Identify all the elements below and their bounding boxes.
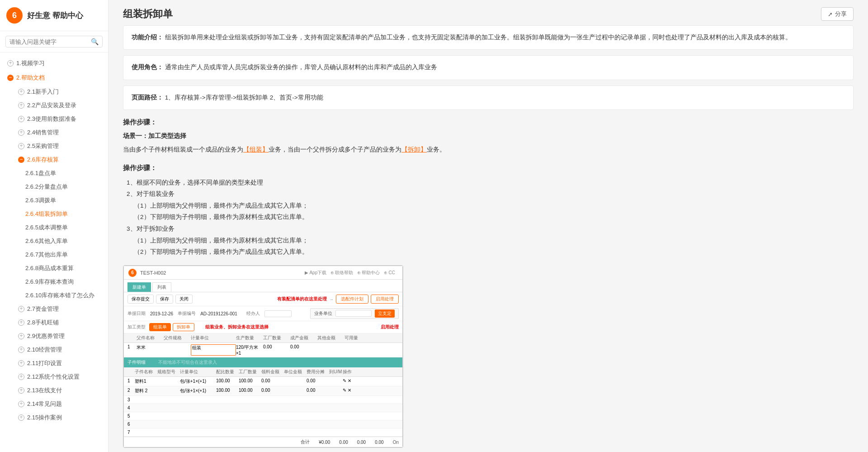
search-input[interactable] <box>9 38 91 45</box>
sidebar-item-print[interactable]: + 2.11打印设置 <box>0 357 108 370</box>
sidebar-item-cases[interactable]: + 2.15操作案例 <box>0 411 108 424</box>
mock-upper-unit-input[interactable]: 组装 <box>191 344 236 356</box>
mock-tab-new[interactable]: 新建单 <box>127 282 151 292</box>
mock-uth-8: 可用量 <box>344 335 367 341</box>
sidebar-label-install: 2.2产品安装及登录 <box>27 101 76 109</box>
expand-icon-mobile: + <box>18 319 24 326</box>
expand-icon-ops: + <box>18 347 24 353</box>
mock-process-annotation: 有装配清单的在这里处理 <box>277 296 327 302</box>
sidebar-item-sales[interactable]: + 2.4销售管理 <box>0 126 108 139</box>
step2-1: （1）上部明细为父件明细，最终作为产成品生成其它入库单； <box>134 200 854 212</box>
app-logo-icon: 6 <box>6 7 23 24</box>
mock-upper-table: 父件名称 父件规格 计量单位 生产数量 工厂数量 成产金额 其他金额 可用量 1… <box>124 333 402 357</box>
mock-order-value: AD-20191226-001 <box>200 311 237 316</box>
expand-icon-payment: + <box>18 387 24 394</box>
step3-2: （2）下部明细为子件明细，最终作为产成品生成其它入库单。 <box>134 246 854 258</box>
mock-btn-save-submit[interactable]: 保存提交 <box>127 295 154 304</box>
expand-icon-capital: + <box>18 306 24 312</box>
path-block: 页面路径： 1、库存核算->库存管理->组装拆卸单 2、首页->常用功能 <box>123 86 854 110</box>
sidebar-label-purchase: 2.5采购管理 <box>27 142 59 150</box>
mock-lower-row-2: 2塑料 2包/张+1×(+1)100.00100.000.000.00✎ ✕ <box>124 386 402 396</box>
role-label: 使用角色： <box>132 64 163 71</box>
mock-upper-table-header: 父件名称 父件规格 计量单位 生产数量 工厂数量 成产金额 其他金额 可用量 <box>124 333 402 343</box>
content-area: 功能介绍： 组装拆卸单用来处理企业组装或拆卸等加工业务，支持有固定装配清单的产品… <box>108 25 868 452</box>
expand-icon-faq: + <box>18 401 24 407</box>
step2-2: （2）下部明细为子件明细，最终作为原材料生成其它出库单。 <box>134 211 854 223</box>
sidebar-item-faq[interactable]: + 2.14常见问题 <box>0 397 108 411</box>
mock-type-row: 加工类型 组装单 拆卸单 组装业务、拆卸业务在这里选择 启用处理 <box>124 321 402 333</box>
mock-lower-annotation: 不能地添不可组合在这里录入 <box>158 359 217 366</box>
main-content: 组装拆卸单 ➚ 分享 功能介绍： 组装拆卸单用来处理企业组装或拆卸等加工业务，支… <box>108 0 868 452</box>
expand-icon-video: + <box>7 60 14 67</box>
sidebar-item-ledgererr[interactable]: 2.6.10库存账本错了怎么办 <box>0 289 108 302</box>
step1: 1、根据不同的业务，选择不同单据的类型来处理 <box>127 177 854 189</box>
mock-form-row: 单据日期 2019-12-26 单据编号 AD-20191226-001 经办人… <box>124 306 402 321</box>
mock-tab-list[interactable]: 列表 <box>152 282 171 292</box>
sidebar-item-otherinbound[interactable]: 2.6.6其他入库单 <box>0 234 108 248</box>
mock-type-assembly[interactable]: 组装单 <box>149 323 171 331</box>
sidebar-sub-docs: + 2.1新手入门 + 2.2产品安装及登录 + 2.3使用前数据准备 + 2.… <box>0 85 108 424</box>
mock-confirm-btn[interactable]: 立支定 <box>375 309 395 318</box>
sidebar-item-partial[interactable]: 2.6.2分量盘点单 <box>0 180 108 194</box>
sidebar-sub-inventory: 2.6.1盘点单 2.6.2分量盘点单 2.6.3调拨单 2.6.4组装拆卸单 … <box>0 167 108 302</box>
mock-uth-1: 父件名称 <box>137 335 164 341</box>
mock-biz-input[interactable] <box>335 310 372 317</box>
mock-footer-right: On <box>393 440 399 445</box>
expand-icon-newcomer: + <box>18 89 24 95</box>
mock-enable-btn[interactable]: 启用处理 <box>371 295 399 304</box>
sidebar-item-assembly[interactable]: 2.6.4组装拆卸单 <box>0 207 108 221</box>
mock-date-value: 2019-12-26 <box>150 311 173 316</box>
mock-type-toggle: 组装单 拆卸单 <box>149 323 194 331</box>
assembly-link[interactable]: 【组装】 <box>243 146 269 153</box>
sidebar-item-mobile[interactable]: + 2.8手机旺铺 <box>0 316 108 329</box>
share-button[interactable]: ➚ 分享 <box>821 7 854 21</box>
sidebar-item-stocktake[interactable]: 2.6.1盘点单 <box>0 167 108 180</box>
sidebar-item-install[interactable]: + 2.2产品安装及登录 <box>0 99 108 112</box>
function-intro-block: 功能介绍： 组装拆卸单用来处理企业组装或拆卸等加工业务，支持有固定装配清单的产品… <box>123 25 854 50</box>
mock-lower-row-6: 6 <box>124 420 402 428</box>
function-intro-label: 功能介绍： <box>132 34 163 41</box>
sidebar-item-coupon[interactable]: + 2.9优惠券管理 <box>0 329 108 343</box>
sidebar-item-costrecalc[interactable]: 2.6.8商品成本重算 <box>0 262 108 275</box>
search-box[interactable]: 🔍 <box>5 36 103 48</box>
mock-footer-total-label: 合计 <box>301 439 310 445</box>
sidebar: 6 好生意 帮助中心 🔍 + 1.视频学习 − 2.帮助文档 + 2.1新手入门… <box>0 0 108 452</box>
mock-lower-row-5: 5 <box>124 412 402 420</box>
sidebar-item-inventory[interactable]: − 2.6库存核算 <box>0 153 108 167</box>
disassembly-link[interactable]: 【拆卸】 <box>401 146 427 153</box>
sidebar-item-docs[interactable]: − 2.帮助文档 <box>0 71 108 85</box>
sidebar-item-newcomer[interactable]: + 2.1新手入门 <box>0 85 108 99</box>
sidebar-item-payment[interactable]: + 2.13在线支付 <box>0 384 108 397</box>
mock-logo: 6 <box>128 269 137 277</box>
mock-assembly-annotation: 组装业务、拆卸业务在这里选择 <box>205 324 269 330</box>
mock-topbar-icons: ▶ App下载 ⊕ 联络帮助 ⊕ 帮助中心 ⊕ CC <box>305 270 395 276</box>
sidebar-item-ledger[interactable]: 2.6.9库存账本查询 <box>0 275 108 289</box>
share-label: 分享 <box>835 10 847 18</box>
mock-uth-7: 其他金额 <box>317 335 344 341</box>
mock-btn-save[interactable]: 保存 <box>156 295 173 304</box>
sidebar-item-purchase[interactable]: + 2.5采购管理 <box>0 139 108 153</box>
mock-toolbar: 保存提交 保存 关闭 有装配清单的在这里处理 → 选配件计划 启用处理 <box>124 292 402 306</box>
main-header: 组装拆卸单 ➚ 分享 <box>108 0 868 25</box>
sidebar-item-capital[interactable]: + 2.7资金管理 <box>0 302 108 316</box>
sidebar-label-video: 1.视频学习 <box>16 59 45 67</box>
sidebar-item-data[interactable]: + 2.3使用前数据准备 <box>0 112 108 126</box>
sidebar-item-custom[interactable]: + 2.12系统个性化设置 <box>0 370 108 384</box>
sidebar-item-transfer[interactable]: 2.6.3调拨单 <box>0 194 108 207</box>
expand-icon-docs: − <box>7 75 14 81</box>
mock-select-plan-btn[interactable]: 选配件计划 <box>336 295 368 304</box>
sidebar-item-otheroutbound[interactable]: 2.6.7其他出库单 <box>0 248 108 262</box>
role-block: 使用角色： 通常由生产人员或库管人员完成拆装业务的操作，库管人员确认原材料的出库… <box>123 55 854 80</box>
expand-icon-coupon: + <box>18 333 24 339</box>
sidebar-item-ops[interactable]: + 2.10经营管理 <box>0 343 108 357</box>
search-icon[interactable]: 🔍 <box>91 38 99 45</box>
sidebar-item-costadj[interactable]: 2.6.5成本调整单 <box>0 221 108 234</box>
logo-area: 6 好生意 帮助中心 <box>0 0 108 31</box>
sidebar-label-sales: 2.4销售管理 <box>27 128 59 137</box>
expand-icon-install: + <box>18 102 24 109</box>
mock-type-disassembly[interactable]: 拆卸单 <box>173 323 194 331</box>
mock-people-input[interactable] <box>264 310 292 317</box>
sidebar-item-video[interactable]: + 1.视频学习 <box>0 56 108 71</box>
mock-btn-close[interactable]: 关闭 <box>175 295 193 304</box>
expand-icon-print: + <box>18 360 24 366</box>
